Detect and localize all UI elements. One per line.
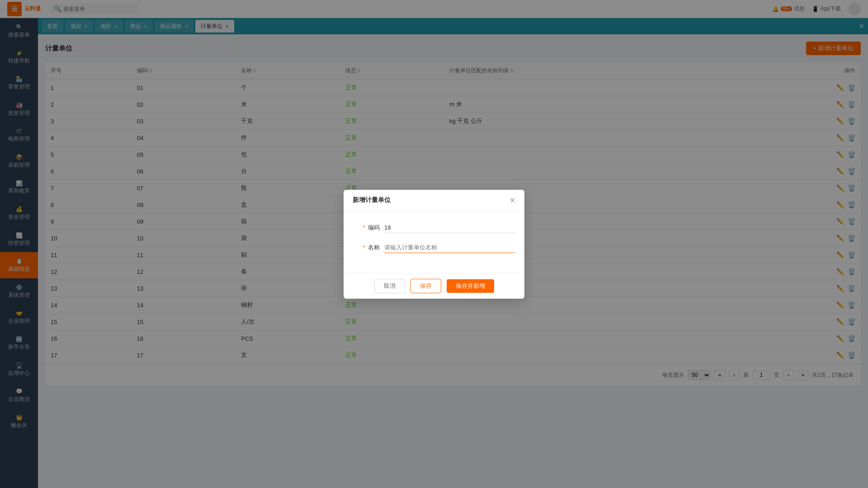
add-unit-modal: 新增计量单位 ✕ * 编码 * 名称 取消 保存 保存并新增 — [344, 190, 524, 299]
save-button[interactable]: 保存 — [410, 279, 441, 293]
modal-header: 新增计量单位 ✕ — [344, 190, 524, 211]
code-input[interactable] — [384, 222, 515, 233]
modal-title: 新增计量单位 — [353, 196, 391, 204]
form-code-label: * 编码 — [353, 224, 380, 232]
modal-footer: 取消 保存 保存并新增 — [344, 273, 524, 299]
name-input[interactable] — [384, 242, 515, 253]
required-mark-name: * — [363, 244, 365, 251]
modal-close-button[interactable]: ✕ — [509, 196, 515, 205]
save-new-button[interactable]: 保存并新增 — [447, 279, 494, 293]
form-name-label: * 名称 — [353, 244, 380, 252]
form-row-name: * 名称 — [353, 242, 515, 253]
modal-body: * 编码 * 名称 — [344, 211, 524, 273]
cancel-button[interactable]: 取消 — [374, 279, 405, 293]
required-mark-code: * — [363, 224, 365, 231]
form-row-code: * 编码 — [353, 222, 515, 233]
modal-overlay[interactable]: 新增计量单位 ✕ * 编码 * 名称 取消 保存 保存并新增 — [0, 0, 868, 488]
